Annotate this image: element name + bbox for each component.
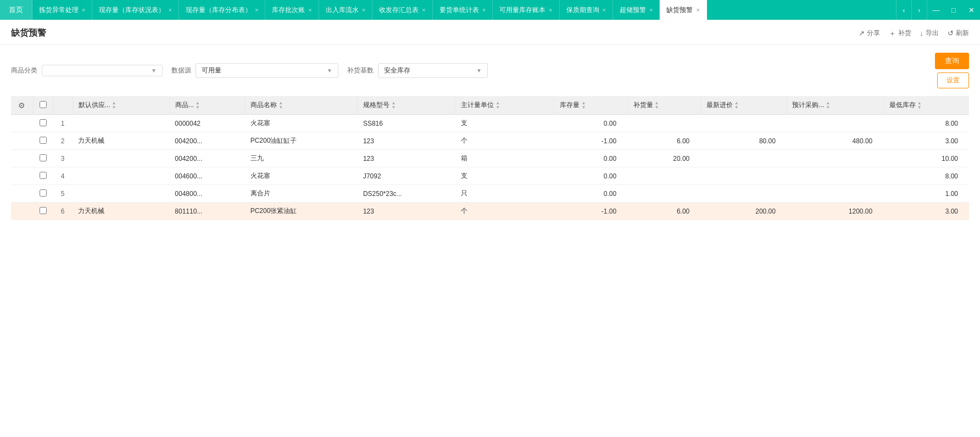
nav-tab-label-abnormal: 拣货异常处理 (39, 5, 79, 15)
col-header-stock[interactable]: 库存量▲▼ (554, 96, 627, 115)
nav-tab-available-ledger[interactable]: 可用量库存账本× (493, 0, 559, 20)
col-header-num (53, 96, 73, 115)
row-3-stock: 0.00 (554, 150, 627, 167)
category-dropdown-arrow: ▼ (151, 68, 157, 74)
query-button[interactable]: 查询 (935, 53, 969, 69)
nav-tab-home[interactable]: 首页 (0, 0, 32, 20)
nav-tab-close-inventory-dist[interactable]: × (255, 7, 258, 13)
col-header-product_code[interactable]: 商品...▲▼ (169, 96, 244, 115)
row-gear-cell-2 (11, 132, 33, 150)
data-table: ⚙默认供应...▲▼商品...▲▼商品名称▲▼规格型号▲▼主计量单位▲▼库存量▲… (11, 96, 969, 220)
row-6-unit: 个 (455, 203, 554, 220)
row-1-product_name: 火花塞 (245, 115, 358, 132)
nav-tab-close-inout-flow[interactable]: × (362, 7, 365, 13)
replenish-basis-select[interactable]: 安全库存 ▼ (378, 63, 488, 78)
nav-next-arrow[interactable]: › (911, 0, 927, 20)
col-label-product_code: 商品... (175, 101, 194, 109)
settings-button[interactable]: 设置 (937, 72, 969, 88)
col-label-replenish: 补货量 (633, 101, 653, 109)
category-select[interactable]: ▼ (42, 65, 163, 76)
nav-tab-batch-account[interactable]: 库存批次账× (265, 0, 319, 20)
close-window-button[interactable]: ✕ (962, 0, 980, 20)
nav-tab-inventory-dist[interactable]: 现存量（库存分布表）× (179, 0, 265, 20)
col-header-min_stock[interactable]: 最低库存▲▼ (883, 96, 969, 115)
row-3-latest_price (700, 150, 787, 167)
row-4-estimated_purchase (787, 167, 883, 185)
row-check-cell-3 (33, 150, 53, 167)
replenish-action-button[interactable]: ＋补货 (889, 29, 911, 38)
minimize-button[interactable]: — (927, 0, 945, 20)
col-header-supplier[interactable]: 默认供应...▲▼ (73, 96, 169, 115)
nav-tab-overstock[interactable]: 超储预警× (613, 0, 660, 20)
row-check-cell-5 (33, 185, 53, 203)
select-all-checkbox[interactable] (40, 101, 47, 108)
refresh-action-button[interactable]: ↺刷新 (948, 29, 969, 38)
row-checkbox-5[interactable] (40, 189, 47, 197)
nav-tab-inventory-status[interactable]: 现存量（库存状况表）× (92, 0, 179, 20)
nav-tab-close-available-ledger[interactable]: × (549, 7, 552, 13)
row-number-6: 6 (53, 203, 73, 220)
row-6-supplier: 力天机械 (73, 203, 169, 220)
col-header-product_name[interactable]: 商品名称▲▼ (245, 96, 358, 115)
row-number-2: 2 (53, 132, 73, 150)
col-header-latest_price[interactable]: 最新进价▲▼ (700, 96, 787, 115)
table-settings-gear-icon[interactable]: ⚙ (18, 101, 25, 110)
nav-tab-close-overstock[interactable]: × (649, 7, 653, 13)
row-3-replenish: 20.00 (627, 150, 700, 167)
col-header-check (33, 96, 53, 115)
nav-tab-close-expiry-query[interactable]: × (603, 7, 606, 13)
datasource-value: 可用量 (202, 66, 221, 75)
row-number-3: 3 (53, 150, 73, 167)
nav-tab-close-abnormal[interactable]: × (82, 7, 85, 13)
row-checkbox-1[interactable] (40, 119, 47, 126)
table-row: 3004200...三九123箱0.0020.0010.00 (11, 150, 969, 167)
row-6-stock: -1.00 (554, 203, 627, 220)
col-header-estimated_purchase[interactable]: 预计采购...▲▼ (787, 96, 883, 115)
row-3-product_name: 三九 (245, 150, 358, 167)
row-6-spec: 123 (358, 203, 455, 220)
nav-prev-arrow[interactable]: ‹ (896, 0, 911, 20)
row-6-latest_price: 200.00 (700, 203, 787, 220)
col-label-product_name: 商品名称 (250, 101, 277, 109)
row-6-estimated_purchase: 1200.00 (787, 203, 883, 220)
row-checkbox-6[interactable] (40, 207, 47, 214)
nav-tab-abnormal[interactable]: 拣货异常处理× (32, 0, 92, 20)
datasource-select[interactable]: 可用量 ▼ (196, 63, 338, 78)
nav-tab-close-receive-summary[interactable]: × (422, 7, 425, 13)
row-checkbox-4[interactable] (40, 172, 47, 179)
row-1-supplier (73, 115, 169, 132)
nav-tab-receive-summary[interactable]: 收发存汇总表× (372, 0, 432, 20)
window-buttons: — □ ✕ (927, 0, 980, 20)
col-header-unit[interactable]: 主计量单位▲▼ (455, 96, 554, 115)
col-label-spec: 规格型号 (363, 101, 389, 109)
nav-tab-shortage[interactable]: 缺货预警× (660, 0, 706, 20)
nav-tab-inout-flow[interactable]: 出入库流水× (319, 0, 372, 20)
refresh-icon: ↺ (948, 29, 954, 37)
nav-tab-close-shortage[interactable]: × (696, 7, 699, 13)
export-action-label: 导出 (926, 29, 939, 38)
row-1-latest_price (700, 115, 787, 132)
category-label: 商品分类 (11, 66, 37, 75)
row-checkbox-2[interactable] (40, 137, 47, 144)
nav-tab-requisition-stat[interactable]: 要货单统计表× (433, 0, 493, 20)
nav-tab-close-requisition-stat[interactable]: × (482, 7, 486, 13)
row-5-unit: 只 (455, 185, 554, 203)
sort-icon-product_name: ▲▼ (279, 101, 283, 110)
col-header-spec[interactable]: 规格型号▲▼ (358, 96, 455, 115)
maximize-button[interactable]: □ (945, 0, 962, 20)
col-header-replenish[interactable]: 补货量▲▼ (627, 96, 700, 115)
export-action-button[interactable]: ↓导出 (920, 29, 939, 38)
col-header-gear: ⚙ (11, 96, 33, 115)
row-5-replenish (627, 185, 700, 203)
share-icon: ↗ (859, 29, 865, 37)
nav-tab-close-inventory-status[interactable]: × (168, 7, 171, 13)
row-1-spec: SS816 (358, 115, 455, 132)
table-header: ⚙默认供应...▲▼商品...▲▼商品名称▲▼规格型号▲▼主计量单位▲▼库存量▲… (11, 96, 969, 115)
share-action-button[interactable]: ↗分享 (859, 29, 880, 38)
row-checkbox-3[interactable] (40, 154, 47, 161)
row-2-spec: 123 (358, 132, 455, 150)
row-6-min_stock: 3.00 (883, 203, 969, 220)
nav-tab-close-batch-account[interactable]: × (308, 7, 311, 13)
nav-tab-expiry-query[interactable]: 保质期查询× (560, 0, 613, 20)
row-4-unit: 支 (455, 167, 554, 185)
